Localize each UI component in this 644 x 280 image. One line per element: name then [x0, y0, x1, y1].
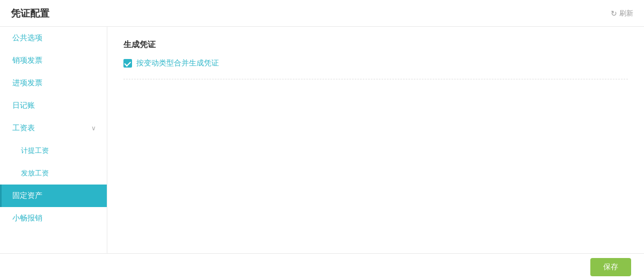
content-area: 生成凭证 按变动类型合并生成凭证 [107, 27, 644, 253]
sidebar-item-fixed-assets[interactable]: 固定资产 [0, 185, 107, 207]
sidebar-item-calc-salary[interactable]: 计提工资 [0, 139, 107, 162]
merge-checkbox[interactable] [123, 59, 132, 68]
chevron-down-icon: ∨ [91, 124, 96, 132]
checkbox-label[interactable]: 按变动类型合并生成凭证 [136, 58, 219, 68]
refresh-icon: ↻ [611, 9, 617, 18]
checkbox-row[interactable]: 按变动类型合并生成凭证 [123, 58, 628, 68]
sidebar-item-public-options[interactable]: 公共选项 [0, 27, 107, 49]
save-button[interactable]: 保存 [590, 258, 631, 276]
sidebar-item-label: 计提工资 [21, 146, 49, 156]
refresh-button[interactable]: ↻ 刷新 [611, 9, 633, 18]
sidebar-item-label: 日记账 [12, 101, 35, 110]
sidebar-item-label: 发放工资 [21, 168, 49, 178]
sidebar-item-label: 工资表 [12, 123, 35, 133]
main-layout: 公共选项销项发票进项发票日记账工资表∨计提工资发放工资固定资产小畅报销 生成凭证… [0, 27, 644, 253]
sidebar-item-journal[interactable]: 日记账 [0, 94, 107, 117]
sidebar-item-label: 固定资产 [12, 191, 42, 201]
sidebar-item-pay-salary[interactable]: 发放工资 [0, 162, 107, 185]
sidebar-item-expense-reimbursement[interactable]: 小畅报销 [0, 207, 107, 230]
divider [123, 79, 628, 79]
page-header: 凭证配置 ↻ 刷新 [0, 0, 644, 27]
sidebar-item-payroll-table[interactable]: 工资表∨ [0, 117, 107, 139]
refresh-label: 刷新 [619, 9, 633, 18]
sidebar-item-label: 公共选项 [12, 33, 42, 43]
page-title: 凭证配置 [11, 7, 49, 20]
sidebar-item-purchase-invoice[interactable]: 进项发票 [0, 72, 107, 94]
sidebar-item-label: 小畅报销 [12, 213, 42, 223]
sidebar-item-label: 进项发票 [12, 78, 42, 88]
section-title: 生成凭证 [123, 40, 628, 50]
sidebar-item-sales-invoice[interactable]: 销项发票 [0, 49, 107, 72]
sidebar: 公共选项销项发票进项发票日记账工资表∨计提工资发放工资固定资产小畅报销 [0, 27, 107, 253]
bottom-bar: 保存 [0, 253, 644, 280]
sidebar-item-label: 销项发票 [12, 56, 42, 65]
